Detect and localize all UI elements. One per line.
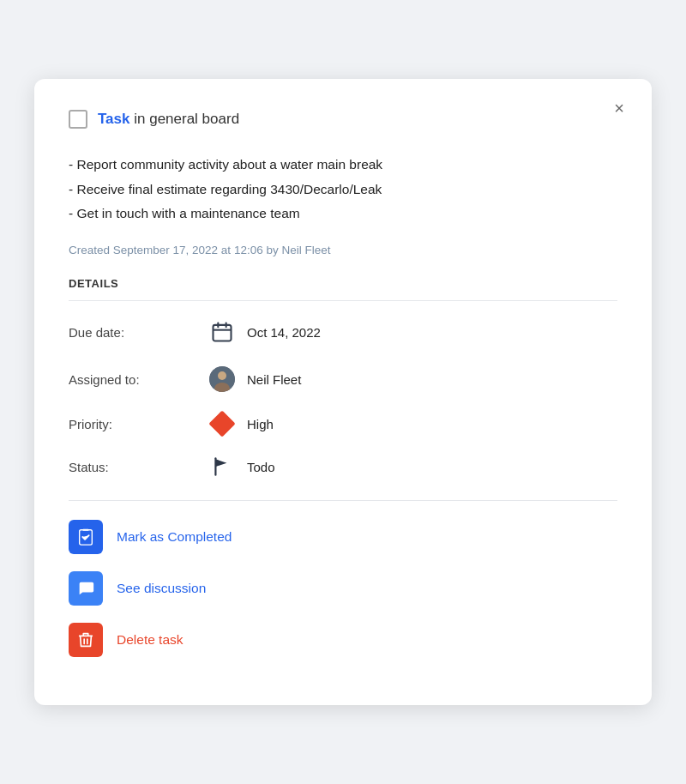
close-button[interactable]: ×	[607, 96, 631, 120]
check-clipboard-icon	[76, 528, 95, 546]
status-row: Status: Todo	[69, 455, 617, 478]
status-value: Todo	[247, 460, 275, 474]
assigned-value: Neil Fleet	[247, 372, 301, 387]
bottom-divider	[69, 500, 617, 501]
priority-row: Priority: High	[69, 414, 617, 433]
diamond-icon	[208, 410, 235, 437]
priority-label: Priority:	[69, 417, 206, 431]
due-date-row: Due date: Oct 14, 2022	[69, 320, 617, 344]
task-link[interactable]: Task	[98, 111, 130, 127]
details-top-divider	[69, 300, 617, 301]
avatar	[209, 366, 235, 392]
priority-icon	[206, 414, 238, 433]
see-discussion-icon-box	[69, 571, 103, 606]
assigned-label: Assigned to:	[69, 372, 206, 387]
mark-completed-label: Mark as Completed	[117, 529, 232, 545]
chat-icon	[76, 579, 95, 598]
modal-header: Task in general board	[69, 110, 617, 129]
see-discussion-row[interactable]: See discussion	[69, 571, 617, 606]
due-date-label: Due date:	[69, 325, 206, 340]
delete-task-label: Delete task	[117, 632, 184, 648]
delete-task-icon-box	[69, 623, 103, 657]
details-section: DETAILS Due date: Oct 14, 2022 Assigned …	[69, 277, 617, 478]
created-info: Created September 17, 2022 at 12:06 by N…	[69, 244, 617, 256]
svg-rect-0	[214, 325, 232, 341]
svg-point-2	[218, 371, 226, 380]
header-title: Task in general board	[98, 111, 239, 128]
task-description: - Report community activity about a wate…	[69, 153, 617, 226]
trash-icon	[76, 630, 95, 649]
header-title-rest: in general board	[130, 111, 240, 127]
flag-icon	[206, 455, 238, 478]
mark-completed-row[interactable]: Mark as Completed	[69, 520, 617, 554]
calendar-icon	[206, 320, 238, 344]
task-modal: × Task in general board - Report communi…	[34, 79, 652, 705]
desc-line-1: - Report community activity about a wate…	[69, 153, 617, 178]
delete-task-row[interactable]: Delete task	[69, 623, 617, 657]
mark-completed-icon-box	[69, 520, 103, 554]
due-date-value: Oct 14, 2022	[247, 325, 321, 340]
avatar-icon	[206, 366, 238, 392]
assigned-to-row: Assigned to: Neil Fleet	[69, 366, 617, 392]
desc-line-3: - Get in touch with a maintenance team	[69, 202, 617, 226]
desc-line-2: - Receive final estimate regarding 3430/…	[69, 178, 617, 202]
task-checkbox[interactable]	[69, 110, 87, 129]
details-heading: DETAILS	[69, 277, 617, 290]
status-label: Status:	[69, 460, 206, 474]
priority-value: High	[247, 417, 274, 431]
see-discussion-label: See discussion	[117, 581, 206, 596]
